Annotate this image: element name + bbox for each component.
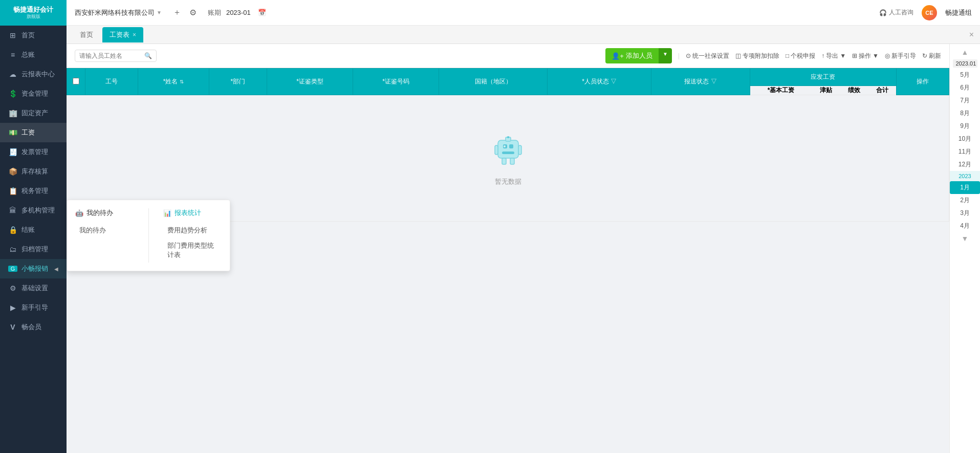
cal-month-11[interactable]: 11月 [950, 145, 980, 158]
sidebar-item-salary[interactable]: 💵 工资 [0, 123, 67, 142]
sidebar-item-close[interactable]: 🔒 结账 [0, 220, 67, 240]
sidebar-item-member[interactable]: V 畅会员 [0, 317, 67, 337]
search-icon[interactable]: 🔍 [144, 52, 152, 59]
top-bar: 西安虾米网络科技有限公司 ▼ ＋ ⚙ 账期 2023-01 📅 🎧 人工咨询 C… [67, 0, 980, 26]
sidebar-item-basic[interactable]: ⚙ 基础设置 [0, 278, 67, 298]
cal-month-4[interactable]: 4月 [950, 220, 980, 232]
cal-month-7[interactable]: 7月 [950, 94, 980, 107]
sidebar-item-xiaochang[interactable]: G 小畅报销 ◀ [0, 259, 67, 278]
tax-report-btn[interactable]: □ 个税申报 [786, 52, 815, 60]
th-checkbox [67, 69, 85, 95]
cal-month-5[interactable]: 5月 [950, 69, 980, 81]
add-company-icon[interactable]: ＋ [171, 5, 183, 20]
svg-rect-0 [498, 140, 518, 158]
th-actions: 操作 [897, 69, 949, 95]
sidebar-label-inventory: 库存核算 [21, 167, 48, 176]
sidebar-item-multi-org[interactable]: 🏛 多机构管理 [0, 201, 67, 220]
cal-month-2[interactable]: 2月 [950, 194, 980, 207]
sidebar-label-home: 首页 [21, 31, 35, 40]
sidebar-item-cloud-report[interactable]: ☁ 云报表中心 [0, 64, 67, 84]
sidebar-item-asset[interactable]: 🏢 固定资产 [0, 103, 67, 123]
svg-point-5 [507, 136, 509, 138]
search-input[interactable] [79, 52, 142, 59]
add-person-button[interactable]: 👤+ 添加人员 [605, 48, 659, 63]
operate-icon: ⊞ [852, 52, 857, 59]
cal-prev-icon[interactable]: ▲ [960, 46, 971, 58]
cal-month-3[interactable]: 3月 [950, 207, 980, 220]
sidebar-label-tax: 税务管理 [21, 186, 48, 196]
cloud-icon: ☁ [8, 70, 17, 78]
calendar-panel: ▲ 2023.01 5月 6月 7月 8月 9月 10月 11月 12月 202… [949, 44, 980, 453]
popup-section-reports: 📊 报表统计 费用趋势分析 部门费用类型统计表 [163, 208, 222, 263]
sidebar-label-fund: 资金管理 [21, 89, 48, 98]
guide-btn[interactable]: ◎ 新手引导 [885, 52, 916, 60]
popup-title-todos[interactable]: 🤖 我的待办 [75, 208, 134, 218]
popup-item-my-todos[interactable]: 我的待办 [75, 223, 134, 238]
cal-month-6[interactable]: 6月 [950, 81, 980, 94]
tab-home-label: 首页 [80, 30, 93, 39]
th-name: *姓名 ⇅ [138, 69, 209, 95]
filter-status-icon[interactable]: ▽ [611, 78, 617, 85]
sidebar-item-ledger[interactable]: ≡ 总账 [0, 45, 67, 64]
th-report-status: 报送状态 ▽ [651, 69, 750, 95]
th-cert-type: *证鉴类型 [267, 69, 353, 95]
sidebar-label-basic: 基础设置 [21, 284, 48, 293]
cal-month-1[interactable]: 1月 [950, 181, 980, 194]
user-avatar[interactable]: CE [922, 5, 937, 20]
popup-title-reports[interactable]: 📊 报表统计 [163, 208, 222, 218]
tab-close-window-icon[interactable]: × [969, 30, 974, 39]
cal-month-8[interactable]: 8月 [950, 107, 980, 120]
sort-name-icon[interactable]: ⇅ [180, 79, 184, 84]
search-box[interactable]: 🔍 [75, 50, 157, 62]
invoice-icon: 🧾 [8, 148, 17, 156]
toolbar: 🔍 👤+ 添加人员 ▼ | ⊙ 统一社保设置 ◫ 专项附加扣除 [67, 44, 949, 68]
sidebar-item-inventory[interactable]: 📦 库存核算 [0, 162, 67, 181]
todos-title-label: 我的待办 [86, 208, 113, 218]
basic-icon: ⚙ [8, 284, 17, 292]
app-logo: 畅捷通好会计 旗舰版 [0, 0, 67, 26]
todos-icon: 🤖 [75, 209, 83, 217]
tab-close-icon[interactable]: × [133, 31, 136, 38]
operate-btn[interactable]: ⊞ 操作 ▼ [852, 52, 879, 60]
reports-title-label: 报表统计 [175, 208, 201, 218]
popup-item-expense-trend[interactable]: 费用趋势分析 [163, 223, 222, 238]
tab-salary[interactable]: 工资表 × [102, 27, 143, 42]
user-name[interactable]: 畅捷通组 [945, 8, 972, 17]
select-all-checkbox[interactable] [73, 78, 79, 84]
tab-home[interactable]: 首页 [73, 27, 100, 42]
sidebar-item-invoice[interactable]: 🧾 发票管理 [0, 142, 67, 162]
company-selector[interactable]: 西安虾米网络科技有限公司 ▼ [75, 8, 162, 17]
operate-chevron: ▼ [873, 52, 879, 59]
filter-report-icon[interactable]: ▽ [711, 78, 717, 85]
th-cert-no: *证鉴号码 [353, 69, 439, 95]
sidebar-item-archive[interactable]: 🗂 归档管理 [0, 240, 67, 259]
popup-section-todos: 🤖 我的待办 我的待办 [75, 208, 134, 263]
home-icon: ⊞ [8, 31, 17, 39]
tax-icon: 📋 [8, 187, 17, 195]
sidebar-label-asset: 固定资产 [21, 109, 48, 118]
cal-month-9[interactable]: 9月 [950, 120, 980, 133]
calendar-icon[interactable]: 📅 [256, 7, 268, 18]
svg-rect-3 [502, 152, 514, 154]
sidebar-label-guide: 新手引导 [21, 303, 48, 312]
sidebar-item-home[interactable]: ⊞ 首页 [0, 26, 67, 45]
tax-deduct-btn[interactable]: ◫ 专项附加扣除 [735, 52, 779, 60]
tax-deduct-icon: ◫ [735, 52, 741, 59]
sidebar-item-fund[interactable]: 💲 资金管理 [0, 84, 67, 103]
service-button[interactable]: 🎧 人工咨询 [879, 8, 913, 17]
popup-item-dept-expense[interactable]: 部门费用类型统计表 [163, 238, 222, 263]
member-icon: V [8, 323, 17, 331]
social-insurance-btn[interactable]: ⊙ 统一社保设置 [686, 52, 729, 60]
add-btn-wrapper: 👤+ 添加人员 ▼ [605, 48, 672, 63]
sidebar-item-tax[interactable]: 📋 税务管理 [0, 181, 67, 201]
refresh-btn[interactable]: ↻ 刷新 [922, 52, 941, 60]
sidebar-item-guide[interactable]: ▶ 新手引导 [0, 298, 67, 317]
th-name-label: *姓名 [163, 78, 178, 85]
cal-month-10[interactable]: 10月 [950, 133, 980, 145]
cal-month-12[interactable]: 12月 [950, 158, 980, 171]
settings-icon[interactable]: ⚙ [187, 6, 199, 19]
sidebar: 畅捷通好会计 旗舰版 ⊞ 首页 ≡ 总账 ☁ 云报表中心 💲 资金管理 🏢 固定… [0, 0, 67, 453]
add-btn-dropdown[interactable]: ▼ [659, 48, 672, 63]
cal-next-icon[interactable]: ▼ [960, 232, 971, 245]
export-btn[interactable]: ↑ 导出 ▼ [821, 52, 846, 60]
